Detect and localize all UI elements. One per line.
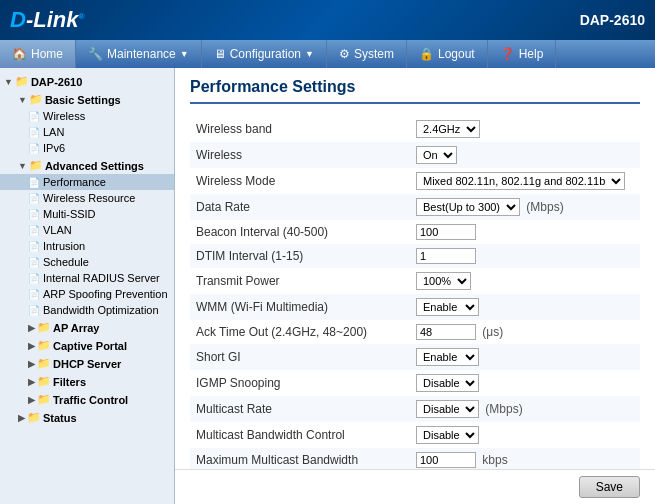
select-transmit-power[interactable]: 100%75%50%25% — [416, 272, 471, 290]
input-dtim-interval-(1-15)[interactable] — [416, 248, 476, 264]
field-label-11: Multicast Rate — [190, 396, 410, 422]
select-igmp-snooping[interactable]: DisableEnable — [416, 374, 479, 392]
dlink-logo: D-Link® — [10, 7, 84, 33]
page-icon-ipv6: 📄 — [28, 143, 40, 154]
unit-11: (Mbps) — [482, 402, 523, 416]
save-button[interactable]: Save — [579, 476, 640, 498]
field-value-8: (μs) — [410, 320, 640, 344]
field-value-3: Best(Up to 300) (Mbps) — [410, 194, 640, 220]
sidebar-item-multi-ssid[interactable]: 📄 Multi-SSID — [0, 206, 174, 222]
input-maximum-multicast-bandwidth[interactable] — [416, 452, 476, 468]
page-icon-intrusion: 📄 — [28, 241, 40, 252]
field-value-2: Mixed 802.11n, 802.11g and 802.11b — [410, 168, 640, 194]
sidebar-item-bandwidth[interactable]: 📄 Bandwidth Optimization — [0, 302, 174, 318]
system-icon: ⚙ — [339, 47, 350, 61]
sidebar-item-lan[interactable]: 📄 LAN — [0, 124, 174, 140]
sidebar-item-aparray[interactable]: ▶ 📁 AP Array — [0, 318, 174, 336]
sidebar-item-performance[interactable]: 📄 Performance — [0, 174, 174, 190]
sidebar-section-advanced[interactable]: ▼ 📁 Advanced Settings — [0, 156, 174, 174]
page-icon-wresource: 📄 — [28, 193, 40, 204]
field-label-0: Wireless band — [190, 116, 410, 142]
expand-icon-filters: ▶ — [28, 377, 35, 387]
field-label-6: Transmit Power — [190, 268, 410, 294]
field-value-4 — [410, 220, 640, 244]
field-value-13: kbps — [410, 448, 640, 469]
content-area: Performance Settings Wireless band2.4GHz… — [175, 68, 655, 469]
sidebar-item-wireless[interactable]: 📄 Wireless — [0, 108, 174, 124]
model-label: DAP-2610 — [580, 12, 645, 28]
nav-home[interactable]: 🏠 Home — [0, 40, 76, 68]
page-icon-performance: 📄 — [28, 177, 40, 188]
sidebar-item-filters[interactable]: ▶ 📁 Filters — [0, 372, 174, 390]
sidebar-root[interactable]: ▼ 📁 DAP-2610 — [0, 72, 174, 90]
field-value-11: DisableEnable (Mbps) — [410, 396, 640, 422]
select-data-rate[interactable]: Best(Up to 300) — [416, 198, 520, 216]
expand-icon-captive: ▶ — [28, 341, 35, 351]
configuration-icon: 🖥 — [214, 47, 226, 61]
nav-maintenance[interactable]: 🔧 Maintenance ▼ — [76, 40, 202, 68]
field-value-9: EnableDisable — [410, 344, 640, 370]
folder-icon-aparray: 📁 — [37, 321, 51, 334]
unit-13: kbps — [479, 453, 508, 467]
folder-icon-basic: 📁 — [29, 93, 43, 106]
select-wireless-mode[interactable]: Mixed 802.11n, 802.11g and 802.11b — [416, 172, 625, 190]
page-icon-multissid: 📄 — [28, 209, 40, 220]
input-ack-time-out-(2.4ghz,-48~200)[interactable] — [416, 324, 476, 340]
sidebar-item-dhcp[interactable]: ▶ 📁 DHCP Server — [0, 354, 174, 372]
field-label-9: Short GI — [190, 344, 410, 370]
sidebar-section-status[interactable]: ▶ 📁 Status — [0, 408, 174, 426]
select-wireless-band[interactable]: 2.4GHz5GHz — [416, 120, 480, 138]
help-icon: ❓ — [500, 47, 515, 61]
expand-icon-advanced: ▼ — [18, 161, 27, 171]
folder-icon: 📁 — [15, 75, 29, 88]
folder-icon-filters: 📁 — [37, 375, 51, 388]
folder-icon-captive: 📁 — [37, 339, 51, 352]
page-icon-schedule: 📄 — [28, 257, 40, 268]
settings-table: Wireless band2.4GHz5GHzWirelessOnOffWire… — [190, 116, 640, 469]
sidebar-item-arp[interactable]: 📄 ARP Spoofing Prevention — [0, 286, 174, 302]
field-label-5: DTIM Interval (1-15) — [190, 244, 410, 268]
sidebar-item-radius[interactable]: 📄 Internal RADIUS Server — [0, 270, 174, 286]
sidebar-item-vlan[interactable]: 📄 VLAN — [0, 222, 174, 238]
select-wmm-(wi-fi-multimedia)[interactable]: EnableDisable — [416, 298, 479, 316]
field-label-13: Maximum Multicast Bandwidth — [190, 448, 410, 469]
page-title: Performance Settings — [190, 78, 640, 104]
home-icon: 🏠 — [12, 47, 27, 61]
field-value-6: 100%75%50%25% — [410, 268, 640, 294]
select-multicast-bandwidth-control[interactable]: DisableEnable — [416, 426, 479, 444]
select-short-gi[interactable]: EnableDisable — [416, 348, 479, 366]
page-icon-arp: 📄 — [28, 289, 40, 300]
field-value-7: EnableDisable — [410, 294, 640, 320]
expand-icon-basic: ▼ — [18, 95, 27, 105]
sidebar-item-traffic[interactable]: ▶ 📁 Traffic Control — [0, 390, 174, 408]
nav-logout[interactable]: 🔒 Logout — [407, 40, 488, 68]
field-value-10: DisableEnable — [410, 370, 640, 396]
maintenance-icon: 🔧 — [88, 47, 103, 61]
input-beacon-interval-(40-500)[interactable] — [416, 224, 476, 240]
sidebar-item-schedule[interactable]: 📄 Schedule — [0, 254, 174, 270]
sidebar-item-captive[interactable]: ▶ 📁 Captive Portal — [0, 336, 174, 354]
nav-configuration[interactable]: 🖥 Configuration ▼ — [202, 40, 327, 68]
sidebar-item-ipv6[interactable]: 📄 IPv6 — [0, 140, 174, 156]
expand-icon-aparray: ▶ — [28, 323, 35, 333]
logout-icon: 🔒 — [419, 47, 434, 61]
nav-system[interactable]: ⚙ System — [327, 40, 407, 68]
field-value-12: DisableEnable — [410, 422, 640, 448]
folder-icon-dhcp: 📁 — [37, 357, 51, 370]
navbar: 🏠 Home 🔧 Maintenance ▼ 🖥 Configuration ▼… — [0, 40, 655, 68]
field-label-2: Wireless Mode — [190, 168, 410, 194]
sidebar-section-basic[interactable]: ▼ 📁 Basic Settings — [0, 90, 174, 108]
folder-icon-status: 📁 — [27, 411, 41, 424]
expand-icon-traffic: ▶ — [28, 395, 35, 405]
sidebar-item-intrusion[interactable]: 📄 Intrusion — [0, 238, 174, 254]
nav-help[interactable]: ❓ Help — [488, 40, 557, 68]
field-label-12: Multicast Bandwidth Control — [190, 422, 410, 448]
expand-icon-status: ▶ — [18, 413, 25, 423]
select-multicast-rate[interactable]: DisableEnable — [416, 400, 479, 418]
chevron-down-icon: ▼ — [180, 49, 189, 59]
select-wireless[interactable]: OnOff — [416, 146, 457, 164]
unit-8: (μs) — [479, 325, 503, 339]
page-icon-bandwidth: 📄 — [28, 305, 40, 316]
sidebar: ▼ 📁 DAP-2610 ▼ 📁 Basic Settings 📄 Wirele… — [0, 68, 175, 504]
sidebar-item-wireless-resource[interactable]: 📄 Wireless Resource — [0, 190, 174, 206]
